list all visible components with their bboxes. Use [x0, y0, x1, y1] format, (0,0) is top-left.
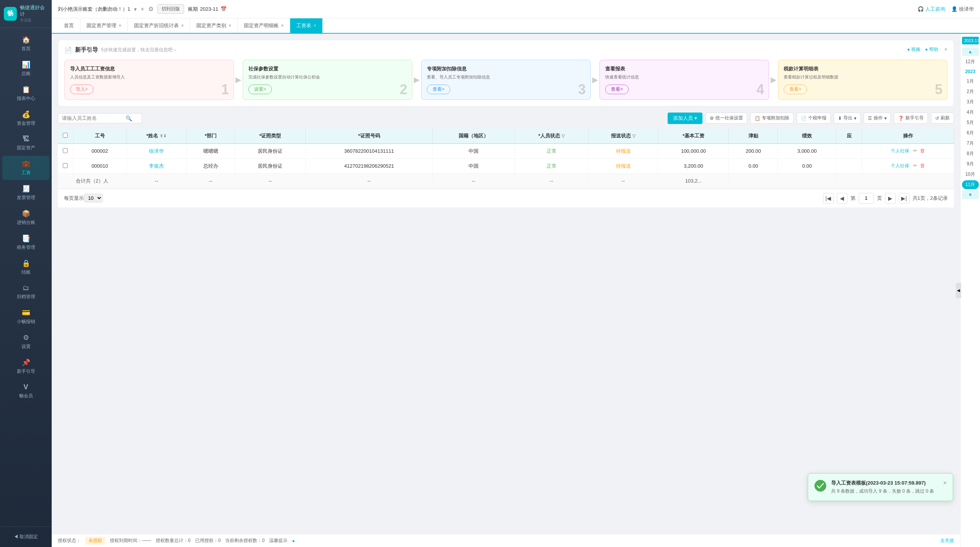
guide-video-link[interactable]: ● 视频 — [907, 46, 921, 53]
newbie-icon: 📌 — [22, 358, 30, 367]
cancel-fixed-button[interactable]: ◀ 取消固定 — [0, 531, 52, 543]
year-item-2023[interactable]: 2023 — [962, 68, 979, 75]
step-5-btn[interactable]: 查看> — [784, 85, 807, 94]
close-tab-detail-icon[interactable]: × — [281, 23, 284, 28]
step-4-btn[interactable]: 查看> — [605, 85, 629, 94]
step-2-desc: 完成社保参数设置自动计算社保公积金 — [248, 74, 407, 81]
guide-close-icon[interactable]: × — [944, 46, 947, 52]
sidebar-item-stock[interactable]: 📦 进销台账 — [2, 206, 49, 230]
social-insurance-button[interactable]: ⚙ 统一社保设置 — [706, 113, 747, 124]
export-button[interactable]: ⬇ 导出 ▾ — [834, 113, 861, 124]
tax-report-button[interactable]: 📄 个税申报 — [797, 113, 831, 124]
th-person-status: *人员状态 ▽ — [514, 129, 588, 144]
close-tab-salary-icon[interactable]: × — [314, 23, 316, 28]
settings-gear-icon[interactable]: ⚙ — [148, 5, 154, 13]
sidebar-item-tax[interactable]: 📑 税务管理 — [2, 230, 49, 255]
page-next-btn[interactable]: ▶ — [885, 193, 896, 204]
service-link[interactable]: 🎧 人工咨询 — [918, 6, 945, 13]
month-item-2[interactable]: 2月 — [962, 87, 979, 96]
sidebar-item-settings[interactable]: ⚙ 设置 — [2, 330, 49, 354]
delete-icon[interactable]: 🗑 — [920, 148, 925, 153]
add-person-button[interactable]: 添加人员 ▾ — [668, 113, 702, 124]
sidebar-item-close[interactable]: 🔒 结账 — [2, 255, 49, 279]
apply-cell — [836, 144, 862, 159]
search-icon[interactable]: 🔍 — [126, 115, 132, 121]
calendar-icon[interactable]: 📅 — [220, 6, 227, 12]
operations-link[interactable]: 个人社保 — [891, 163, 909, 168]
user-profile[interactable]: 👤 徐泽华 — [951, 6, 974, 13]
sidebar-item-member[interactable]: V 畅会员 — [2, 379, 49, 403]
funds-icon: 💰 — [22, 110, 30, 119]
month-item-5[interactable]: 5月 — [962, 118, 979, 127]
month-item-8[interactable]: 8月 — [962, 149, 979, 158]
panel-collapse-btn[interactable]: ◀ — [956, 283, 961, 298]
tab-fixed-assets[interactable]: 固定资产管理 × — [80, 18, 128, 33]
edit-icon[interactable]: ✏ — [913, 163, 917, 168]
th-checkbox — [58, 129, 73, 144]
employee-name-link[interactable]: 徐泽华 — [149, 148, 164, 154]
sidebar-item-salary[interactable]: 💼 工资 — [2, 156, 49, 180]
edit-icon[interactable]: ✏ — [913, 148, 917, 153]
row-checkbox[interactable] — [63, 148, 68, 153]
row-checkbox[interactable] — [63, 163, 68, 168]
delete-icon[interactable]: 🗑 — [920, 163, 925, 168]
close-tab-depreciation-icon[interactable]: × — [181, 23, 184, 28]
switch-version-button[interactable]: 切到旧版 — [157, 4, 184, 14]
employee-name-link[interactable]: 李俊杰 — [149, 163, 164, 169]
tab-depreciation[interactable]: 固定资产折旧统计表 × — [128, 18, 190, 33]
notif-close-btn[interactable]: × — [943, 480, 947, 487]
step-1-btn[interactable]: 导入> — [70, 85, 93, 94]
sidebar-item-funds[interactable]: 💰 资金管理 — [2, 106, 49, 131]
operation-button[interactable]: ☰ 操作 ▾ — [864, 113, 891, 124]
tab-detail[interactable]: 固定资产明细账 × — [238, 18, 290, 33]
close-tab-fixed-assets-icon[interactable]: × — [119, 23, 121, 28]
tab-category[interactable]: 固定资产类别 × — [190, 18, 238, 33]
month-item-11[interactable]: 11月 — [962, 180, 979, 189]
month-item-10[interactable]: 10月 — [962, 170, 979, 179]
panel-up-btn[interactable]: ▲ — [962, 47, 979, 56]
content-inner: 📄 新手引导 5步快速完成设置，快去完善信息吧～ ● 视频 ● 帮助 × 导入员… — [52, 34, 960, 547]
sidebar-item-invoices[interactable]: 🧾 发票管理 — [2, 181, 49, 205]
month-item-1[interactable]: 1月 — [962, 77, 979, 86]
operations-link[interactable]: 个人社保 — [891, 148, 909, 153]
page-prev-btn[interactable]: ◀ — [837, 193, 848, 204]
month-item-3[interactable]: 3月 — [962, 98, 979, 106]
nationality-cell: 中国 — [433, 158, 514, 173]
sidebar-item-home[interactable]: 🏠 首页 — [2, 32, 49, 56]
tab-home[interactable]: 首页 — [58, 18, 80, 33]
month-item-9[interactable]: 9月 — [962, 160, 979, 168]
person-status-cell: 正常 — [514, 144, 588, 159]
sidebar-item-label: 工资 — [21, 170, 31, 176]
select-all-checkbox[interactable] — [63, 133, 68, 138]
sidebar-item-fixed-assets[interactable]: 🏗 固定资产 — [2, 131, 49, 155]
month-item-4[interactable]: 4月 — [962, 108, 979, 117]
add-account-btn[interactable]: + — [140, 6, 144, 13]
sidebar-item-archive[interactable]: 🗂 归档管理 — [2, 280, 49, 304]
panel-down-btn[interactable]: ▼ — [962, 191, 979, 199]
guide-help-link[interactable]: ● 帮助 — [925, 46, 938, 53]
month-item-12[interactable]: 12月 — [962, 57, 979, 66]
close-tab-category-icon[interactable]: × — [229, 23, 231, 28]
account-dropdown-icon[interactable]: ▾ — [134, 6, 137, 12]
operations-cell: 个人社保 ✏ 🗑 — [862, 158, 954, 173]
charge-link[interactable]: 去充值 — [940, 537, 954, 544]
page-first-btn[interactable]: |◀ — [823, 193, 834, 204]
sidebar-item-expense[interactable]: 💳 小畅报销 — [2, 305, 49, 329]
employee-table: 工号 *姓名 ⬆⬇ *部门 *证照类型 *证照号码 国籍（地区） *人员状态 ▽… — [58, 129, 954, 189]
page-number-input[interactable] — [859, 193, 874, 204]
allowance-button[interactable]: 📋 专项附加扣除 — [750, 113, 794, 124]
newbie-guide-button[interactable]: ❓ 新手引导 — [894, 113, 928, 124]
tab-salary[interactable]: 工资表 × — [290, 18, 323, 33]
step-3-btn[interactable]: 查看> — [427, 85, 450, 94]
page-last-btn[interactable]: ▶| — [899, 193, 910, 204]
sidebar-item-reports[interactable]: 📋 报表中心 — [2, 82, 49, 106]
sidebar-item-ledger[interactable]: 📊 总账 — [2, 57, 49, 81]
search-input[interactable] — [62, 115, 123, 121]
month-item-7[interactable]: 7月 — [962, 139, 979, 148]
step-2-btn[interactable]: 设置> — [248, 85, 272, 94]
sidebar-item-newbie[interactable]: 📌 新手引导 — [2, 354, 49, 379]
refresh-button[interactable]: ↺ 刷新 — [931, 113, 954, 124]
page-size-select[interactable]: 10 20 50 — [84, 194, 103, 202]
ledger-icon: 📊 — [22, 60, 30, 69]
month-item-6[interactable]: 6月 — [962, 129, 979, 137]
